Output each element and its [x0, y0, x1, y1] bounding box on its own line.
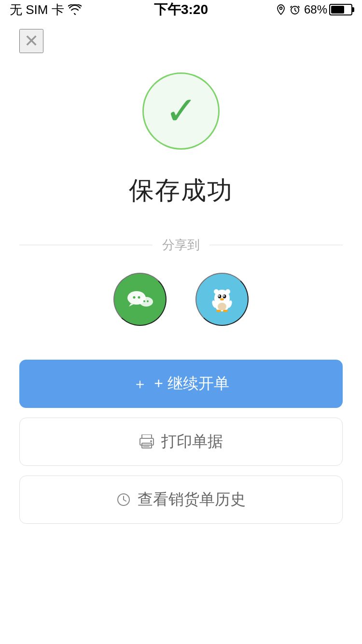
share-icons [19, 273, 343, 326]
plus-icon: ＋ [133, 374, 147, 394]
svg-point-3 [139, 297, 153, 307]
print-label: 打印单据 [161, 431, 223, 452]
svg-point-13 [220, 298, 224, 300]
status-left: 无 SIM 卡 [10, 1, 82, 18]
svg-point-16 [216, 309, 221, 312]
svg-point-4 [133, 296, 136, 299]
status-bar: 无 SIM 卡 下午3:20 68% [0, 0, 362, 19]
share-divider: 分享到 [19, 237, 343, 253]
divider-left [19, 245, 153, 245]
history-label: 查看销货单历史 [138, 489, 246, 510]
wifi-icon [68, 4, 82, 15]
status-time: 下午3:20 [154, 0, 208, 19]
wechat-icon [123, 282, 157, 316]
battery-fill [331, 6, 344, 14]
printer-icon [139, 434, 154, 449]
share-label: 分享到 [162, 237, 200, 253]
svg-rect-26 [143, 446, 150, 447]
svg-point-20 [214, 289, 219, 294]
svg-point-17 [223, 309, 228, 312]
sim-status: 无 SIM 卡 [10, 1, 64, 18]
svg-point-11 [218, 295, 220, 297]
svg-point-27 [150, 440, 152, 442]
svg-point-21 [225, 289, 230, 294]
main-content: ✕ ✓ 保存成功 分享到 [0, 19, 362, 533]
battery-text: 68% [304, 3, 327, 16]
share-qq-button[interactable] [195, 273, 249, 326]
close-button[interactable]: ✕ [19, 29, 43, 53]
svg-point-0 [279, 7, 282, 10]
svg-point-6 [143, 300, 145, 302]
svg-rect-25 [143, 445, 147, 446]
battery-container: 68% [304, 3, 352, 16]
share-wechat-button[interactable] [113, 273, 167, 326]
continue-label: + 继续开单 [154, 373, 229, 394]
continue-button[interactable]: ＋ + 继续开单 [19, 360, 343, 408]
svg-point-7 [147, 300, 149, 302]
checkmark-icon: ✓ [165, 92, 197, 130]
svg-point-15 [218, 303, 226, 310]
print-button[interactable]: 打印单据 [19, 418, 343, 466]
history-button[interactable]: 查看销货单历史 [19, 476, 343, 524]
share-section: 分享到 [19, 237, 343, 326]
success-title: 保存成功 [129, 174, 233, 208]
divider-right [209, 245, 343, 245]
svg-point-5 [138, 296, 140, 299]
battery-icon [329, 4, 352, 15]
history-icon [116, 492, 131, 507]
svg-rect-22 [142, 434, 152, 438]
alarm-icon [290, 4, 300, 15]
status-right: 68% [276, 3, 352, 16]
close-icon: ✕ [24, 31, 39, 51]
svg-point-12 [223, 295, 224, 297]
qq-icon [207, 284, 238, 315]
success-indicator: ✓ [142, 72, 220, 150]
location-icon [276, 4, 286, 15]
action-buttons: ＋ + 继续开单 打印单据 [19, 360, 343, 524]
